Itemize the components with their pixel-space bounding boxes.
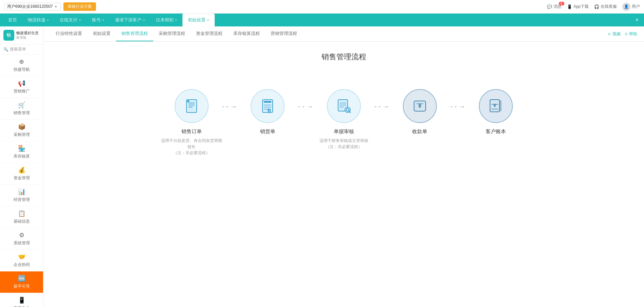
flow-arrow-2: - - → [298,89,313,110]
page-content: 销售管理流程 销售订单 适用于分批发货、有合同 [43,42,644,173]
sidebar-item-label: 系统管理 [14,240,30,246]
message-item[interactable]: 💬 消息 6 [547,4,562,9]
user-selector-text: 用户690企业1660120507 [7,4,53,9]
avatar: 👤 [622,3,630,11]
tab-initial[interactable]: 往来期初 × [151,14,182,26]
user-selector[interactable]: 用户690企业1660120507 ▼ [4,3,61,11]
tab-home-label: 首页 [8,17,17,23]
delivery-icon [259,98,276,115]
video-link[interactable]: ⊙ 视频 [608,31,620,37]
enterprise-icon: 🤝 [18,253,25,261]
subtab-purchase-flow-label: 采购管理流程 [159,31,185,36]
tab-initial-close[interactable]: × [175,18,177,22]
subtab-marketing-flow[interactable]: 营销管理流程 [265,26,303,41]
guide-icon: 🆕 [18,275,25,282]
close-all-tabs[interactable]: × [633,17,641,23]
sidebar-item-label: 企业协同 [14,262,30,268]
sidebar-item-quick-nav[interactable]: ⊕ 快捷导航 [0,55,43,76]
subtab-initial[interactable]: 初始设置 [87,26,116,41]
sidebar-item-label: 销售管理 [14,110,30,116]
operation-icon: 📊 [18,188,25,196]
sidebar-item-basic[interactable]: 📋 基础信息 [0,206,43,228]
online-service-item[interactable]: 🎧 在线客服 [594,4,617,9]
flow-desc-audit: 适用于财务审核或主管审核（注：非必要流程） [319,138,368,150]
sub-tabs: 行业特性设置 初始设置 销售管理流程 采购管理流程 资金管理流程 库存核算流程 … [43,26,644,42]
system-icon: ⚙ [19,231,24,239]
sidebar-item-enterprise[interactable]: 🤝 企业协同 [0,250,43,271]
sidebar-item-label: 资金管理 [14,175,30,181]
chevron-down-icon: ▼ [54,5,58,8]
subtab-industry-label: 行业特性设置 [56,31,82,36]
sidebar-item-finance[interactable]: 💰 资金管理 [0,163,43,185]
tab-invite[interactable]: 邀请下游客户 × [110,14,150,26]
tab-logistics[interactable]: 物流快递 × [22,14,54,26]
sidebar-item-inventory[interactable]: 🏪 库存核算 [0,141,43,163]
sidebar-item-label: 采购管理 [14,132,30,138]
sidebar-item-label: 经营管理 [14,197,30,203]
basic-icon: 📋 [18,210,25,217]
main-layout: 畅 畅捷通好生意 标准版 🔍 搜索菜单 ⊕ 快捷导航 📢 营销推广 🛒 销售管理… [0,26,644,307]
tab-setup-close[interactable]: × [207,18,209,22]
tab-account-close[interactable]: × [102,18,104,22]
top-bar-left: 用户690企业1660120507 ▼ 体验行业方案 [4,2,96,11]
sidebar-item-guide[interactable]: 🆕 新手引导 [0,271,43,293]
flow-diagram: 销售订单 适用于分批发货、有合同发货周期较长（注：非必要流程） - - → [57,82,630,163]
flow-circle-payment: ¥ [403,89,437,123]
tab-home[interactable]: 首页 [3,14,22,26]
tab-logistics-label: 物流快递 [28,17,45,23]
sidebar-item-label: 库存核算 [14,154,30,159]
flow-arrow-4: - - → [450,89,465,110]
flow-item-account: ¥ 客户账本 [465,89,526,138]
apps-icon: 📱 [18,296,25,304]
tab-invite-label: 邀请下游客户 [115,17,141,23]
top-bar: 用户690企业1660120507 ▼ 体验行业方案 💬 消息 6 📱 App下… [0,0,644,14]
subtab-initial-label: 初始设置 [93,31,111,36]
user-profile-item[interactable]: 👤 用户 [622,3,640,11]
finance-icon: 💰 [18,166,25,174]
logo-sub: 标准版 [16,35,39,40]
sales-icon: 🛒 [18,101,25,109]
subtab-inventory-flow-label: 库存核算流程 [233,31,260,36]
svg-rect-20 [416,103,424,104]
app-download-item[interactable]: 📱 App下载 [567,4,589,9]
tab-account[interactable]: 账号 × [86,14,110,26]
sidebar-item-apps[interactable]: 📱 应用中心 [0,293,43,307]
online-service-label: 在线客服 [601,4,617,9]
tab-logistics-close[interactable]: × [47,18,49,22]
payment-icon: ¥ [411,98,428,115]
order-icon [183,98,200,115]
sidebar-item-label: 新手引导 [14,284,30,289]
flow-name-order: 销售订单 [181,128,202,135]
quick-nav-icon: ⊕ [19,58,24,65]
flow-name-account: 客户账本 [486,128,506,135]
tab-payment[interactable]: 在线支付 × [54,14,86,26]
sidebar-item-marketing[interactable]: 📢 营销推广 [0,76,43,98]
sidebar-item-system[interactable]: ⚙ 系统管理 [0,228,43,250]
tab-setup[interactable]: 初始设置 × [182,14,214,26]
help-link[interactable]: ⊙ 帮助 [625,31,637,37]
tab-invite-close[interactable]: × [143,18,145,22]
sidebar-item-sales[interactable]: 🛒 销售管理 [0,98,43,120]
purchase-icon: 📦 [18,123,25,130]
svg-rect-6 [264,101,271,103]
sidebar-item-label: 快捷导航 [14,67,30,73]
subtab-sales-flow[interactable]: 销售管理流程 [116,26,153,41]
svg-text:¥: ¥ [493,103,496,108]
sidebar-item-operation[interactable]: 📊 经营管理 [0,185,43,206]
tab-account-label: 账号 [92,17,101,23]
subtab-inventory-flow[interactable]: 库存核算流程 [228,26,265,41]
account-icon: ¥ [487,98,504,115]
audit-icon [335,98,352,115]
headset-icon: 🎧 [594,4,599,9]
logo-text-block: 畅捷通好生意 标准版 [16,30,39,40]
sidebar-search[interactable]: 🔍 搜索菜单 [0,44,43,55]
subtab-purchase-flow[interactable]: 采购管理流程 [153,26,191,41]
subtab-industry[interactable]: 行业特性设置 [50,26,87,41]
logo-title: 畅捷通好生意 [16,30,39,35]
sidebar-item-purchase[interactable]: 📦 采购管理 [0,120,43,141]
top-bar-right: 💬 消息 6 📱 App下载 🎧 在线客服 👤 用户 [547,3,640,11]
sidebar: 畅 畅捷通好生意 标准版 🔍 搜索菜单 ⊕ 快捷导航 📢 营销推广 🛒 销售管理… [0,26,43,307]
subtab-finance-flow[interactable]: 资金管理流程 [191,26,228,41]
experience-button[interactable]: 体验行业方案 [63,2,96,11]
tab-payment-close[interactable]: × [79,18,81,22]
